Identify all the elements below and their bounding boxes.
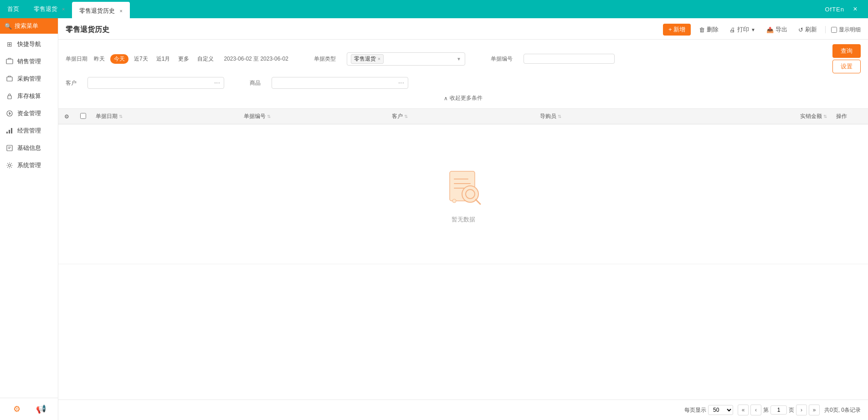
tab-return-close[interactable]: × bbox=[62, 6, 65, 12]
sidebar-item-inventory[interactable]: 库存核算 bbox=[0, 87, 58, 105]
export-icon: 📤 bbox=[766, 26, 774, 33]
number-input[interactable] bbox=[528, 56, 611, 62]
sidebar-item-sales[interactable]: 销售管理 bbox=[0, 53, 58, 70]
tab-return[interactable]: 零售退货 × bbox=[26, 0, 72, 18]
date-filter: 单据日期 昨天 今天 近7天 近1月 更多 自定义 bbox=[66, 54, 216, 64]
delete-button[interactable]: 🗑 删除 bbox=[696, 25, 721, 35]
filter-area: 单据日期 昨天 今天 近7天 近1月 更多 自定义 2023-06-02 至 2… bbox=[58, 40, 868, 109]
page-size-label: 每页显示 bbox=[684, 406, 706, 414]
refresh-button[interactable]: ↺ 刷新 bbox=[796, 25, 820, 35]
query-button[interactable]: 查询 bbox=[832, 44, 861, 58]
print-dropdown-icon: ▼ bbox=[751, 27, 755, 32]
svg-rect-1 bbox=[7, 77, 12, 81]
type-filter: 单据类型 bbox=[314, 55, 336, 63]
action-buttons: 查询 设置 bbox=[832, 44, 861, 73]
sidebar-item-quick-nav[interactable]: ⊞ 快捷导航 bbox=[0, 36, 58, 53]
collapse-row: ∧ 收起更多条件 bbox=[66, 92, 861, 104]
date-range-text: 2023-06-02 至 2023-06-02 bbox=[224, 55, 288, 63]
svg-rect-2 bbox=[8, 96, 11, 99]
svg-rect-5 bbox=[9, 130, 10, 133]
sidebar-bottom: ⚙ 📢 bbox=[0, 398, 58, 420]
th-amount-label: 实销金额 bbox=[800, 113, 822, 120]
sidebar-item-basic[interactable]: 基础信息 bbox=[0, 139, 58, 157]
sort-arrows-amount: ⇅ bbox=[823, 114, 827, 119]
th-guide-sort[interactable]: 导购员 ⇅ bbox=[540, 113, 561, 120]
page-label: 页 bbox=[789, 406, 794, 414]
type-tag-close[interactable]: × bbox=[378, 56, 380, 61]
chevron-down-icon: ▼ bbox=[457, 56, 461, 61]
audio-bottom-icon[interactable]: 📢 bbox=[35, 403, 47, 415]
th-guide: 导购员 ⇅ bbox=[535, 109, 683, 124]
goods-input[interactable] bbox=[276, 80, 398, 86]
toolbar-divider bbox=[825, 26, 826, 33]
th-date: 单据日期 ⇅ bbox=[91, 109, 239, 124]
window-close-button[interactable]: × bbox=[850, 4, 861, 15]
page-number-input[interactable] bbox=[770, 405, 787, 415]
tab-return-label: 零售退货 bbox=[34, 5, 57, 13]
sidebar-search-label: 搜索菜单 bbox=[15, 22, 38, 30]
sidebar-item-operations[interactable]: 经营管理 bbox=[0, 122, 58, 139]
type-tags: 零售退货 × bbox=[351, 54, 384, 64]
refresh-icon: ↺ bbox=[798, 26, 803, 33]
collapse-button[interactable]: ∧ 收起更多条件 bbox=[442, 92, 484, 104]
number-label: 单据编号 bbox=[491, 55, 513, 63]
quick-nav-icon: ⊞ bbox=[5, 40, 14, 48]
date-1month[interactable]: 近1月 bbox=[154, 54, 173, 64]
type-dropdown[interactable]: 零售退货 × ▼ bbox=[347, 52, 465, 66]
export-button[interactable]: 📤 导出 bbox=[764, 25, 790, 35]
th-date-label: 单据日期 bbox=[96, 113, 118, 120]
settings-bottom-icon[interactable]: ⚙ bbox=[10, 403, 23, 415]
sidebar-item-system[interactable]: 系统管理 bbox=[0, 157, 58, 174]
settings-icon[interactable]: ⚙ bbox=[64, 113, 69, 120]
new-button[interactable]: + 新增 bbox=[663, 24, 691, 36]
svg-rect-0 bbox=[6, 59, 13, 64]
th-amount: 实销金额 ⇅ bbox=[683, 109, 832, 124]
date-yesterday[interactable]: 昨天 bbox=[91, 54, 108, 64]
tab-home[interactable]: 首页 bbox=[0, 0, 26, 18]
type-label: 单据类型 bbox=[314, 55, 336, 63]
tab-return-history-label: 零售退货历史 bbox=[79, 7, 115, 15]
page-size-dropdown[interactable]: 50 100 200 bbox=[708, 405, 733, 415]
svg-point-18 bbox=[452, 199, 456, 203]
svg-rect-6 bbox=[11, 128, 12, 133]
customer-dots: ··· bbox=[214, 79, 220, 87]
sidebar-item-purchase[interactable]: 采购管理 bbox=[0, 70, 58, 87]
new-label: + 新增 bbox=[668, 26, 685, 34]
show-detail-label: 显示明细 bbox=[839, 26, 861, 34]
top-bar: 首页 零售退货 × 零售退货历史 × OfTEn × bbox=[0, 0, 868, 18]
show-detail-checkbox[interactable] bbox=[831, 27, 837, 33]
customer-filter: 客户 bbox=[66, 79, 77, 87]
date-today[interactable]: 今天 bbox=[110, 54, 128, 64]
filter-settings-button[interactable]: 设置 bbox=[832, 60, 861, 73]
th-customer-sort[interactable]: 客户 ⇅ bbox=[392, 113, 408, 120]
system-icon bbox=[5, 161, 14, 169]
tab-return-history[interactable]: 零售退货历史 × bbox=[72, 2, 129, 20]
sidebar-item-finance[interactable]: 资金管理 bbox=[0, 105, 58, 122]
date-more[interactable]: 更多 bbox=[175, 54, 192, 64]
chevron-up-icon: ∧ bbox=[444, 95, 448, 102]
th-number-sort[interactable]: 单据编号 ⇅ bbox=[244, 113, 271, 120]
empty-state: 暂无数据 bbox=[63, 128, 863, 260]
show-detail-wrap[interactable]: 显示明细 bbox=[831, 26, 861, 34]
prev-page-button[interactable]: ‹ bbox=[750, 405, 761, 415]
page-label-pre: 第 bbox=[763, 406, 769, 414]
customer-input[interactable] bbox=[92, 80, 214, 86]
date-custom[interactable]: 自定义 bbox=[195, 54, 216, 64]
th-date-sort[interactable]: 单据日期 ⇅ bbox=[96, 113, 123, 120]
th-amount-sort[interactable]: 实销金额 ⇅ bbox=[800, 113, 827, 120]
table-body: 暂无数据 bbox=[58, 124, 868, 264]
th-customer: 客户 ⇅ bbox=[387, 109, 535, 124]
type-tag: 零售退货 × bbox=[351, 54, 384, 64]
th-ops-label: 操作 bbox=[836, 113, 847, 119]
sidebar: 🔍 搜索菜单 ⊞ 快捷导航 销售管理 采购管理 bbox=[0, 18, 58, 420]
sidebar-search[interactable]: 🔍 搜索菜单 bbox=[0, 18, 58, 34]
select-all-checkbox[interactable] bbox=[80, 113, 86, 119]
th-settings: ⚙ bbox=[58, 109, 75, 124]
date-7days[interactable]: 近7天 bbox=[131, 54, 151, 64]
first-page-button[interactable]: « bbox=[738, 405, 749, 415]
print-button[interactable]: 🖨 打印 ▼ bbox=[727, 25, 758, 35]
next-page-button[interactable]: › bbox=[796, 405, 807, 415]
tab-return-history-close[interactable]: × bbox=[119, 8, 122, 14]
last-page-button[interactable]: » bbox=[809, 405, 820, 415]
collapse-label: 收起更多条件 bbox=[450, 94, 483, 102]
